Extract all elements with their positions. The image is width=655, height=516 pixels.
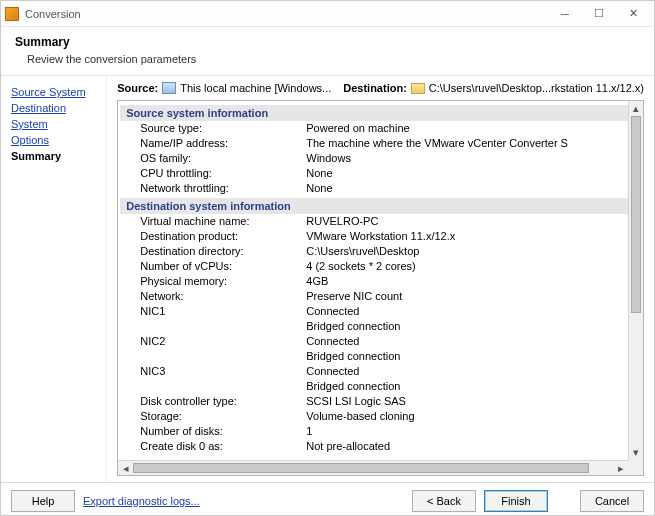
summary-key: Destination product: [126, 229, 306, 244]
summary-row: NIC2Connected [120, 334, 628, 349]
summary-value: Not pre-allocated [306, 439, 622, 454]
help-button[interactable]: Help [11, 490, 75, 512]
summary-row: Bridged connection [120, 379, 628, 394]
wizard-step[interactable]: Destination System [11, 100, 96, 132]
summary-row: NIC3Connected [120, 364, 628, 379]
scroll-up-icon[interactable]: ▴ [629, 101, 643, 116]
app-icon [5, 7, 19, 21]
summary-key: Network: [126, 289, 306, 304]
wizard-step[interactable]: Options [11, 132, 96, 148]
finish-button[interactable]: Finish [484, 490, 548, 512]
scroll-track[interactable] [133, 461, 613, 475]
summary-row: NIC1Connected [120, 304, 628, 319]
summary-key: Create disk 0 as: [126, 439, 306, 454]
close-button[interactable]: ✕ [616, 4, 650, 24]
summary-row: Source type:Powered on machine [120, 121, 628, 136]
summary-value: 4GB [306, 274, 622, 289]
summary-row: Create disk 0 as:Not pre-allocated [120, 439, 628, 454]
summary-value: Connected [306, 304, 622, 319]
summary-row: Destination directory:C:\Users\ruvel\Des… [120, 244, 628, 259]
section-header: Source system information [120, 105, 628, 121]
summary-row: CPU throttling:None [120, 166, 628, 181]
summary-value: Windows [306, 151, 622, 166]
summary-key: NIC1 [126, 304, 306, 319]
summary-value: Bridged connection [306, 349, 622, 364]
summary-value: VMware Workstation 11.x/12.x [306, 229, 622, 244]
summary-value: The machine where the VMware vCenter Con… [306, 136, 622, 151]
export-logs-link[interactable]: Export diagnostic logs... [83, 495, 200, 507]
summary-value: 1 [306, 424, 622, 439]
footer: Help Export diagnostic logs... < Back Fi… [1, 482, 654, 516]
summary-row: Name/IP address:The machine where the VM… [120, 136, 628, 151]
summary-value: Connected [306, 334, 622, 349]
scroll-left-icon[interactable]: ◂ [118, 461, 133, 475]
summary-key: CPU throttling: [126, 166, 306, 181]
summary-key: Virtual machine name: [126, 214, 306, 229]
summary-value: Bridged connection [306, 379, 622, 394]
summary-value: C:\Users\ruvel\Desktop [306, 244, 622, 259]
main-panel: Source: This local machine [Windows... D… [107, 76, 654, 482]
summary-row: OS family:Windows [120, 151, 628, 166]
summary-content: Source system informationSource type:Pow… [118, 101, 628, 460]
summary-key [126, 379, 306, 394]
summary-row: Network throttling:None [120, 181, 628, 196]
summary-key [126, 319, 306, 334]
scroll-right-icon[interactable]: ▸ [613, 461, 628, 475]
summary-value: Volume-based cloning [306, 409, 622, 424]
summary-value: Connected [306, 364, 622, 379]
wizard-step: Summary [11, 148, 96, 164]
scroll-corner [628, 460, 643, 475]
summary-value: 4 (2 sockets * 2 cores) [306, 259, 622, 274]
summary-row: Bridged connection [120, 349, 628, 364]
summary-key [126, 349, 306, 364]
summary-row: Disk controller type:SCSI LSI Logic SAS [120, 394, 628, 409]
summary-row: Storage:Volume-based cloning [120, 409, 628, 424]
summary-key: Disk controller type: [126, 394, 306, 409]
summary-value: Preserve NIC count [306, 289, 622, 304]
summary-key: Number of vCPUs: [126, 259, 306, 274]
header: Summary Review the conversion parameters [1, 27, 654, 76]
summary-value: SCSI LSI Logic SAS [306, 394, 622, 409]
scroll-thumb[interactable] [631, 116, 641, 313]
back-button[interactable]: < Back [412, 490, 476, 512]
cancel-button[interactable]: Cancel [580, 490, 644, 512]
source-dest-bar: Source: This local machine [Windows... D… [117, 82, 644, 94]
section-header: Destination system information [120, 198, 628, 214]
page-subtitle: Review the conversion parameters [27, 53, 640, 65]
summary-key: Source type: [126, 121, 306, 136]
window-controls: ─ ☐ ✕ [548, 4, 650, 24]
summary-row: Destination product:VMware Workstation 1… [120, 229, 628, 244]
scroll-track[interactable] [629, 116, 643, 445]
vertical-scrollbar[interactable]: ▴ ▾ [628, 101, 643, 460]
scroll-thumb[interactable] [133, 463, 589, 473]
summary-row: Bridged connection [120, 319, 628, 334]
horizontal-scrollbar[interactable]: ◂ ▸ [118, 460, 628, 475]
summary-key: Destination directory: [126, 244, 306, 259]
summary-key: Number of disks: [126, 424, 306, 439]
summary-key: Storage: [126, 409, 306, 424]
summary-row: Network:Preserve NIC count [120, 289, 628, 304]
destination-value: C:\Users\ruvel\Desktop...rkstation 11.x/… [429, 82, 644, 94]
summary-value: Powered on machine [306, 121, 622, 136]
wizard-steps: Source SystemDestination SystemOptionsSu… [1, 76, 107, 482]
page-title: Summary [15, 35, 640, 49]
summary-row: Number of disks:1 [120, 424, 628, 439]
summary-value: Bridged connection [306, 319, 622, 334]
summary-key: OS family: [126, 151, 306, 166]
summary-key: NIC2 [126, 334, 306, 349]
summary-value: RUVELRO-PC [306, 214, 622, 229]
summary-value: None [306, 166, 622, 181]
titlebar: Conversion ─ ☐ ✕ [1, 1, 654, 27]
wizard-step[interactable]: Source System [11, 84, 96, 100]
summary-row: Number of vCPUs:4 (2 sockets * 2 cores) [120, 259, 628, 274]
summary-key: Network throttling: [126, 181, 306, 196]
folder-icon [411, 83, 425, 94]
maximize-button[interactable]: ☐ [582, 4, 616, 24]
summary-value: None [306, 181, 622, 196]
computer-icon [162, 82, 176, 94]
source-label: Source: [117, 82, 158, 94]
body: Source SystemDestination SystemOptionsSu… [1, 76, 654, 482]
scroll-down-icon[interactable]: ▾ [629, 445, 643, 460]
summary-pane: Source system informationSource type:Pow… [117, 100, 644, 476]
minimize-button[interactable]: ─ [548, 4, 582, 24]
